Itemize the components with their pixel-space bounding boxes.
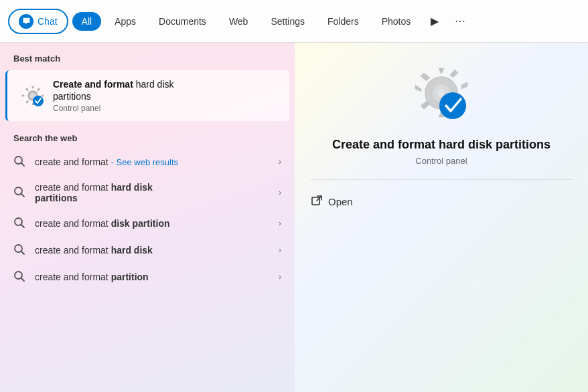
search-result-1[interactable]: create and format - See web results ›	[0, 149, 295, 175]
right-panel: Create and format hard disk partitions C…	[295, 43, 588, 392]
svg-line-4	[21, 163, 25, 167]
open-label: Open	[328, 196, 353, 207]
chevron-icon-2: ›	[279, 188, 281, 197]
app-icon-large	[411, 64, 471, 124]
open-button[interactable]: Open	[311, 191, 353, 213]
more-button[interactable]: ⋯	[449, 11, 471, 32]
search-text-5: create and format partition	[35, 272, 271, 282]
search-text-2: create and format hard diskpartitions	[35, 182, 271, 203]
best-match-subtitle: Control panel	[53, 104, 174, 113]
chevron-icon-1: ›	[279, 157, 281, 167]
search-web-label: Search the web	[0, 124, 295, 149]
svg-line-6	[21, 194, 25, 197]
search-text-3: create and format disk partition	[35, 218, 271, 229]
search-result-2[interactable]: create and format hard diskpartitions ›	[0, 175, 295, 210]
filter-settings[interactable]: Settings	[261, 12, 314, 31]
search-result-3[interactable]: create and format disk partition ›	[0, 210, 295, 237]
search-icon-1	[13, 155, 27, 169]
svg-line-10	[21, 252, 25, 255]
control-panel-icon	[21, 84, 45, 108]
main-content: Best match Create and format hard	[0, 43, 588, 392]
best-match-result[interactable]: Create and format hard disk partitions C…	[5, 70, 289, 121]
filter-bar: Chat All Apps Documents Web Settings Fol…	[0, 0, 588, 43]
search-icon-5	[13, 270, 27, 284]
best-match-text: Create and format hard disk partitions C…	[53, 78, 174, 113]
svg-point-16	[439, 92, 466, 119]
svg-line-12	[21, 278, 25, 282]
filter-folders[interactable]: Folders	[318, 12, 368, 31]
left-panel: Best match Create and format hard	[0, 43, 295, 392]
search-result-5[interactable]: create and format partition ›	[0, 264, 295, 290]
filter-apps[interactable]: Apps	[105, 12, 145, 31]
chat-label: Chat	[38, 16, 58, 27]
open-link-icon	[311, 195, 323, 209]
chat-button[interactable]: Chat	[8, 9, 68, 34]
search-text-4: create and format hard disk	[35, 245, 271, 256]
filter-web[interactable]: Web	[220, 12, 258, 31]
search-icon-2	[13, 186, 27, 199]
search-icon-4	[13, 243, 27, 257]
app-category: Control panel	[415, 156, 467, 166]
search-result-4[interactable]: create and format hard disk ›	[0, 237, 295, 264]
svg-line-8	[21, 225, 25, 228]
chat-icon	[19, 14, 33, 29]
see-web-link[interactable]: - See web results	[111, 157, 178, 167]
filter-photos[interactable]: Photos	[372, 12, 421, 31]
best-match-title: Create and format hard disk partitions	[53, 78, 174, 102]
play-button[interactable]: ▶	[424, 11, 445, 32]
chevron-icon-5: ›	[279, 272, 281, 282]
divider	[311, 179, 572, 180]
search-text-1: create and format - See web results	[35, 157, 271, 167]
filter-all[interactable]: All	[72, 12, 102, 31]
best-match-label: Best match	[0, 54, 295, 70]
chevron-icon-4: ›	[279, 246, 281, 255]
app-title: Create and format hard disk partitions	[332, 138, 550, 152]
chevron-icon-3: ›	[279, 219, 281, 228]
filter-documents[interactable]: Documents	[149, 12, 216, 31]
search-icon-3	[13, 217, 27, 230]
